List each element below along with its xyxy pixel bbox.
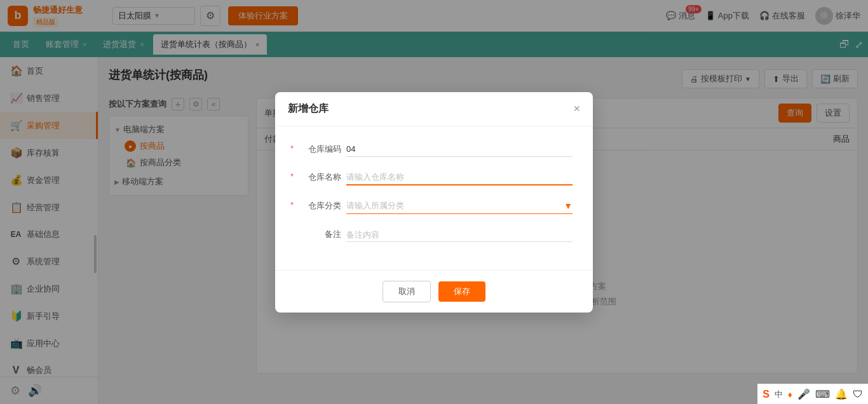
- notification-icon[interactable]: 🔔: [835, 388, 848, 400]
- modal-header: 新增仓库 ×: [275, 92, 593, 126]
- remark-input[interactable]: [346, 227, 573, 242]
- form-row-category: 仓库分类 ▼: [295, 198, 573, 214]
- category-select[interactable]: ▼: [346, 198, 573, 214]
- name-label: 仓库名称: [295, 172, 346, 183]
- name-input[interactable]: [346, 170, 573, 185]
- code-input[interactable]: [346, 142, 573, 157]
- category-dropdown-arrow: ▼: [564, 201, 573, 211]
- modal-title: 新增仓库: [288, 102, 329, 116]
- chinese-input-icon[interactable]: 中: [775, 389, 783, 400]
- modal-body: 仓库编码 仓库名称 仓库分类 ▼ 备注: [275, 126, 593, 270]
- status-bottom-bar: S 中 ♦ 🎤 ⌨ 🔔 🛡: [757, 384, 868, 404]
- microphone-icon[interactable]: 🎤: [797, 388, 810, 400]
- category-label: 仓库分类: [295, 200, 346, 212]
- remark-label: 备注: [295, 229, 346, 240]
- modal-close-button[interactable]: ×: [573, 103, 580, 114]
- cancel-button[interactable]: 取消: [383, 281, 431, 302]
- shield-icon[interactable]: 🛡: [853, 389, 863, 400]
- modal-footer: 取消 保存: [275, 270, 593, 313]
- form-row-name: 仓库名称: [295, 170, 573, 185]
- keyboard-icon[interactable]: ⌨: [815, 388, 830, 400]
- form-row-remark: 备注: [295, 227, 573, 242]
- diamond-icon[interactable]: ♦: [788, 389, 792, 400]
- form-row-code: 仓库编码: [295, 142, 573, 157]
- modal-overlay: 新增仓库 × 仓库编码 仓库名称 仓库分类 ▼: [0, 0, 868, 404]
- save-button[interactable]: 保存: [438, 281, 485, 302]
- sougou-icon[interactable]: S: [763, 389, 770, 400]
- add-warehouse-modal: 新增仓库 × 仓库编码 仓库名称 仓库分类 ▼: [275, 92, 593, 313]
- code-label: 仓库编码: [295, 144, 346, 155]
- category-input[interactable]: [346, 201, 564, 210]
